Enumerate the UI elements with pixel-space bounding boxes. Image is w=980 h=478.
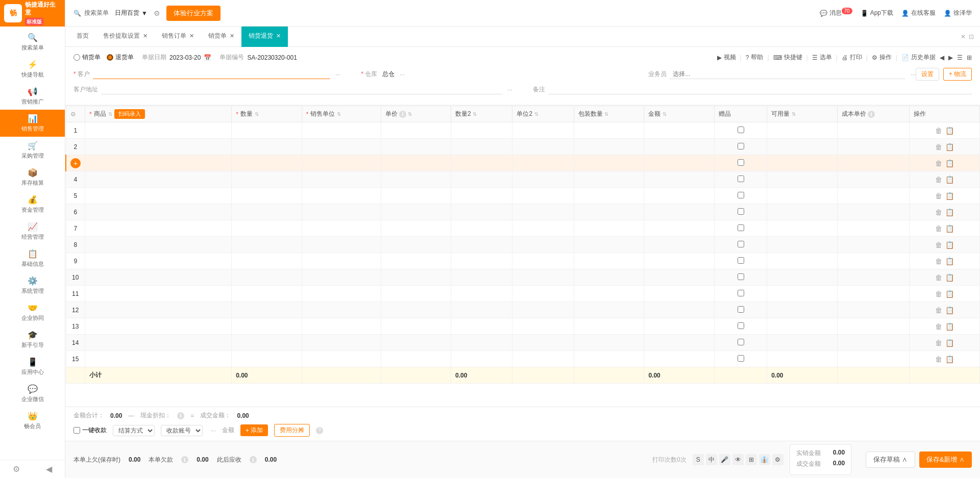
available-cell-1[interactable] bbox=[767, 122, 838, 139]
amount-cell-6[interactable] bbox=[644, 204, 715, 220]
shortcut-btn[interactable]: ⌨ 快捷键 bbox=[773, 53, 802, 62]
sidebar-item-basic[interactable]: 📋基础信息 bbox=[0, 245, 65, 272]
unit2-cell-15[interactable] bbox=[512, 351, 574, 367]
history-btn[interactable]: 📄 历史单据 bbox=[901, 53, 936, 62]
gift-cell-7[interactable] bbox=[715, 220, 767, 237]
product-cell-11[interactable] bbox=[85, 286, 232, 302]
cost-cell-3[interactable] bbox=[837, 155, 910, 171]
copy-icon-14[interactable]: 📋 bbox=[945, 339, 954, 347]
select-order-btn[interactable]: ☰ 选单 bbox=[812, 53, 832, 62]
tab-sale-return[interactable]: 销货退货✕ bbox=[241, 27, 288, 47]
scan-input-btn[interactable]: 扫码录入 bbox=[114, 109, 145, 119]
print-btn[interactable]: 🖨 打印 bbox=[842, 53, 862, 62]
unit2-cell-11[interactable] bbox=[512, 286, 574, 302]
sidebar-item-newbie[interactable]: 🎓新手引导 bbox=[0, 326, 65, 353]
gift-cell-13[interactable] bbox=[715, 318, 767, 335]
view-grid-icon[interactable]: ⊞ bbox=[967, 54, 972, 61]
product-cell-12[interactable] bbox=[85, 302, 232, 318]
product-cell-1[interactable] bbox=[85, 122, 232, 139]
available-sort-icon[interactable]: ⇅ bbox=[792, 111, 796, 117]
unit2-cell-7[interactable] bbox=[512, 220, 574, 237]
unit2-cell-6[interactable] bbox=[512, 204, 574, 220]
gift-cell-11[interactable] bbox=[715, 286, 767, 302]
price-cell-11[interactable] bbox=[381, 286, 451, 302]
video-btn[interactable]: ▶ 视频 bbox=[717, 53, 736, 62]
pack-cell-15[interactable] bbox=[574, 351, 644, 367]
unit-cell-13[interactable] bbox=[302, 318, 381, 335]
qty2-cell-6[interactable] bbox=[451, 204, 512, 220]
available-cell-9[interactable] bbox=[767, 253, 838, 269]
tab-maximize-icon[interactable]: ⊡ bbox=[969, 33, 974, 40]
qty-sort-icon[interactable]: ⇅ bbox=[255, 111, 259, 117]
discount-info-icon[interactable]: ℹ bbox=[177, 412, 184, 419]
qty2-cell-3[interactable] bbox=[451, 155, 512, 171]
tab-close-sale-price[interactable]: ✕ bbox=[143, 33, 148, 39]
amount-sort-icon[interactable]: ⇅ bbox=[663, 111, 667, 117]
unit2-sort-icon[interactable]: ⇅ bbox=[534, 111, 538, 117]
tab-close-sale-return[interactable]: ✕ bbox=[276, 33, 281, 39]
sidebar-item-system[interactable]: ⚙️系统管理 bbox=[0, 272, 65, 299]
warehouse-more-btn[interactable]: ··· bbox=[400, 71, 405, 78]
qty-cell-13[interactable] bbox=[232, 318, 302, 335]
gift-cell-5[interactable] bbox=[715, 188, 767, 204]
qty-cell-14[interactable] bbox=[232, 335, 302, 351]
qty2-cell-14[interactable] bbox=[451, 335, 512, 351]
tab-sale-delivery[interactable]: 销货单✕ bbox=[201, 27, 241, 47]
cost-cell-7[interactable] bbox=[837, 220, 910, 237]
price-cell-14[interactable] bbox=[381, 335, 451, 351]
delete-icon-11[interactable]: 🗑 bbox=[935, 290, 942, 298]
available-cell-10[interactable] bbox=[767, 269, 838, 286]
copy-icon-10[interactable]: 📋 bbox=[945, 273, 954, 282]
save-new-btn[interactable]: 保存&新增 ∧ bbox=[919, 451, 972, 468]
copy-icon-8[interactable]: 📋 bbox=[945, 241, 954, 249]
delete-icon-1[interactable]: 🗑 bbox=[935, 127, 942, 135]
sale-radio[interactable]: 销货单 bbox=[74, 53, 101, 62]
delete-icon-9[interactable]: 🗑 bbox=[935, 257, 942, 265]
user-profile-btn[interactable]: 👤 徐泽华 bbox=[944, 9, 972, 17]
tab-close-sale-order[interactable]: ✕ bbox=[189, 33, 194, 39]
pack-cell-5[interactable] bbox=[574, 188, 644, 204]
return-radio[interactable]: 退货单 bbox=[107, 53, 134, 62]
sidebar-item-operations[interactable]: 📈经营管理 bbox=[0, 218, 65, 245]
unit2-cell-2[interactable] bbox=[512, 139, 574, 155]
qty-cell-15[interactable] bbox=[232, 351, 302, 367]
sale-radio-input[interactable] bbox=[74, 54, 80, 61]
sidebar-item-marketing[interactable]: 📢营销推广 bbox=[0, 83, 65, 110]
price-cell-6[interactable] bbox=[381, 204, 451, 220]
gift-checkbox-14[interactable] bbox=[738, 339, 744, 345]
gift-cell-9[interactable] bbox=[715, 253, 767, 269]
amount-cell-4[interactable] bbox=[644, 171, 715, 188]
help-btn[interactable]: ? 帮助 bbox=[746, 53, 764, 62]
app-download-btn[interactable]: 📱 App下载 bbox=[861, 9, 893, 17]
unit2-cell-13[interactable] bbox=[512, 318, 574, 335]
gift-checkbox-2[interactable] bbox=[738, 143, 744, 149]
fee-info-icon[interactable]: ? bbox=[316, 427, 323, 434]
product-cell-9[interactable] bbox=[85, 253, 232, 269]
customer-input[interactable] bbox=[93, 69, 330, 79]
price-cell-4[interactable] bbox=[381, 171, 451, 188]
amount-cell-14[interactable] bbox=[644, 335, 715, 351]
gift-cell-2[interactable] bbox=[715, 139, 767, 155]
amount-cell-8[interactable] bbox=[644, 237, 715, 253]
sidebar-item-inventory[interactable]: 📦库存核算 bbox=[0, 164, 65, 191]
save-draft-btn[interactable]: 保存草稿 ∧ bbox=[866, 451, 915, 468]
copy-icon-2[interactable]: 📋 bbox=[945, 143, 954, 151]
unit-cell-8[interactable] bbox=[302, 237, 381, 253]
sidebar-item-appstore[interactable]: 📱应用中心 bbox=[0, 353, 65, 380]
qty-cell-6[interactable] bbox=[232, 204, 302, 220]
qty2-cell-15[interactable] bbox=[451, 351, 512, 367]
return-radio-input[interactable] bbox=[107, 54, 113, 61]
copy-icon-6[interactable]: 📋 bbox=[945, 208, 954, 216]
copy-icon-9[interactable]: 📋 bbox=[945, 257, 954, 265]
available-cell-8[interactable] bbox=[767, 237, 838, 253]
product-sort-icon[interactable]: ⇅ bbox=[108, 111, 112, 117]
sidebar-item-purchase[interactable]: 🛒采购管理 bbox=[0, 137, 65, 164]
pack-cell-2[interactable] bbox=[574, 139, 644, 155]
unit2-cell-9[interactable] bbox=[512, 253, 574, 269]
cost-cell-9[interactable] bbox=[837, 253, 910, 269]
amount-cell-5[interactable] bbox=[644, 188, 715, 204]
sidebar-collapse-icon[interactable]: ◀ bbox=[46, 464, 52, 474]
available-cell-2[interactable] bbox=[767, 139, 838, 155]
price-sort-icon[interactable]: ⇅ bbox=[408, 111, 412, 117]
unit2-cell-8[interactable] bbox=[512, 237, 574, 253]
